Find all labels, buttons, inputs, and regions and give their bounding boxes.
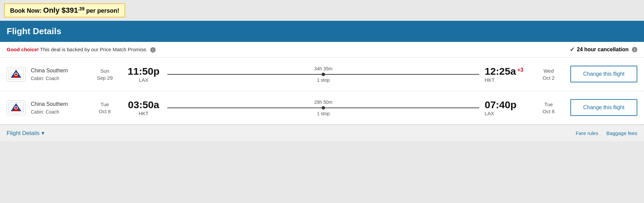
arrival-date-2: Tue Oct 8: [534, 101, 564, 115]
price-match-left: Good choice! This deal is backed by our …: [7, 47, 156, 53]
book-now-cents: .39: [78, 6, 84, 11]
arrival-time-2: 07:40p: [485, 99, 516, 111]
flights-container: China Southern Cabin: Coach Sun Sep 29 1…: [0, 58, 644, 125]
departure-date-1: Sun Sep 29: [90, 67, 120, 81]
cabin-class-2: Cabin: Coach: [31, 109, 84, 115]
arrival-date-1: Wed Oct 2: [534, 67, 564, 81]
flight-details-link[interactable]: Flight Details ▾: [7, 130, 45, 137]
stops-2: 1 stop: [317, 111, 330, 116]
cabin-class-1: Cabin: Coach: [31, 76, 84, 81]
change-flight-button-2[interactable]: Change this flight: [570, 99, 637, 116]
flight-details-header: Flight Details: [0, 21, 644, 42]
book-now-banner: Book Now: Only $391.39 per person!: [4, 3, 125, 17]
departure-time-col-2: 03:50a HKT: [125, 99, 162, 116]
airline-name-1: China Southern: [31, 68, 84, 74]
airline-logo-1: [7, 67, 25, 82]
price-match-bar: Good choice! This deal is backed by our …: [0, 42, 644, 58]
baggage-fees-link[interactable]: Baggage fees: [606, 130, 637, 136]
arr-date-line2-1: Oct 2: [543, 75, 555, 81]
svg-point-11: [15, 107, 17, 109]
arrival-time-col-1: 12:25a +3 HKT: [485, 66, 528, 83]
price-match-text: This deal is backed by our Price Match P…: [40, 47, 148, 52]
stops-1: 1 stop: [317, 77, 330, 83]
route-line-2: [167, 106, 479, 110]
arrival-time-wrapper-1: 12:25a +3: [485, 66, 528, 77]
arr-date-line1-2: Tue: [544, 102, 553, 107]
line-left-2: [167, 108, 322, 108]
airline-info-1: China Southern Cabin: Coach: [31, 68, 84, 81]
arrival-time-wrapper-2: 07:40p: [485, 99, 528, 111]
fare-rules-link[interactable]: Fare rules: [576, 130, 598, 136]
dep-date-line2-2: Oct 8: [99, 109, 111, 114]
stop-dot-1: [322, 73, 325, 76]
departure-date-2: Tue Oct 8: [90, 101, 120, 115]
change-flight-button-1[interactable]: Change this flight: [570, 66, 637, 82]
cancellation-info-icon[interactable]: i: [632, 47, 637, 52]
book-now-prefix: Book Now:: [10, 7, 42, 14]
price-match-info-icon[interactable]: i: [150, 47, 156, 53]
arrival-airport-1: HKT: [485, 77, 528, 83]
cancellation-checkmark: ✓: [570, 46, 575, 53]
good-choice-label: Good choice!: [7, 47, 39, 52]
book-now-suffix: per person!: [86, 7, 119, 14]
route-middle-1: 34h 35m 1 stop: [167, 66, 479, 83]
dep-date-line2-1: Sep 29: [97, 75, 113, 81]
page-title: Flight Details: [7, 26, 637, 37]
airline-logo-2: [7, 100, 25, 115]
arrival-time-1: 12:25a: [485, 66, 516, 77]
arrival-airport-2: LAX: [485, 111, 528, 116]
chevron-down-icon: ▾: [42, 130, 45, 137]
airline-name-2: China Southern: [31, 101, 84, 107]
line-left-1: [167, 74, 322, 75]
arrival-offset-1: +3: [517, 67, 523, 73]
departure-time-1: 11:50p: [125, 66, 162, 77]
dep-date-line1-2: Tue: [100, 102, 109, 107]
book-now-price: Only $391: [43, 6, 78, 14]
airline-info-2: China Southern Cabin: Coach: [31, 101, 84, 115]
stop-dot-2: [322, 106, 325, 110]
duration-2: 29h 50m: [314, 99, 332, 105]
flight-row-2: China Southern Cabin: Coach Tue Oct 8 03…: [0, 91, 644, 125]
dep-date-line1-1: Sun: [100, 68, 109, 74]
cancellation-text: 24 hour cancellation: [577, 47, 629, 53]
route-middle-2: 29h 50m 1 stop: [167, 99, 479, 116]
line-right-1: [325, 74, 479, 75]
departure-airport-1: LAX: [125, 77, 162, 83]
departure-airport-2: HKT: [125, 111, 162, 116]
svg-point-5: [15, 73, 17, 75]
duration-1: 34h 35m: [314, 66, 332, 71]
departure-time-2: 03:50a: [125, 99, 162, 111]
route-line-1: [167, 73, 479, 76]
cancellation-section: ✓ 24 hour cancellation i: [570, 46, 637, 53]
arrival-time-col-2: 07:40p LAX: [485, 99, 528, 116]
arr-date-line1-1: Wed: [544, 68, 554, 74]
line-right-2: [325, 108, 479, 108]
footer-bar: Flight Details ▾ Fare rules Baggage fees: [0, 125, 644, 141]
footer-links: Fare rules Baggage fees: [576, 130, 637, 136]
flight-row-1: China Southern Cabin: Coach Sun Sep 29 1…: [0, 58, 644, 91]
flight-details-link-label: Flight Details: [7, 130, 39, 137]
departure-time-col-1: 11:50p LAX: [125, 66, 162, 83]
arr-date-line2-2: Oct 8: [543, 109, 555, 114]
